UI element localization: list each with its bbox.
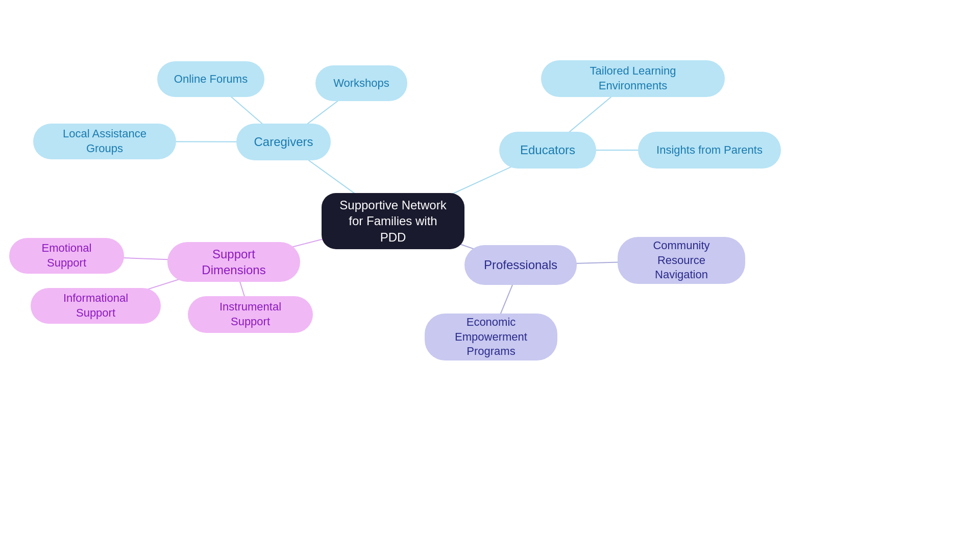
economic-empowerment-label: Economic Empowerment Programs (439, 315, 543, 359)
instrumental-support-label: Instrumental Support (202, 300, 299, 329)
educators-node: Educators (499, 132, 596, 169)
professionals-node: Professionals (464, 245, 577, 285)
center-node: Supportive Network for Families with PDD (322, 193, 464, 249)
community-resource-node: Community Resource Navigation (618, 237, 745, 284)
emotional-support-label: Emotional Support (23, 241, 110, 270)
instrumental-support-node: Instrumental Support (188, 296, 313, 333)
caregivers-node: Caregivers (236, 124, 331, 160)
educators-label: Educators (520, 142, 575, 158)
economic-empowerment-node: Economic Empowerment Programs (425, 314, 557, 360)
workshops-label: Workshops (333, 76, 389, 91)
informational-support-label: Informational Support (45, 291, 146, 320)
online-forums-label: Online Forums (174, 72, 248, 87)
center-label: Supportive Network for Families with PDD (336, 197, 450, 245)
insights-parents-label: Insights from Parents (656, 143, 763, 158)
insights-parents-node: Insights from Parents (638, 132, 781, 169)
workshops-node: Workshops (315, 65, 407, 101)
support-dimensions-label: Support Dimensions (182, 246, 286, 278)
tailored-learning-label: Tailored Learning Environments (555, 64, 710, 93)
local-assistance-label: Local Assistance Groups (47, 127, 162, 156)
informational-support-node: Informational Support (31, 288, 161, 324)
tailored-learning-node: Tailored Learning Environments (541, 60, 725, 97)
online-forums-node: Online Forums (157, 61, 264, 97)
emotional-support-node: Emotional Support (9, 238, 124, 274)
caregivers-label: Caregivers (254, 134, 313, 150)
community-resource-label: Community Resource Navigation (632, 238, 731, 282)
support-dimensions-node: Support Dimensions (167, 242, 300, 282)
professionals-label: Professionals (484, 257, 557, 273)
local-assistance-node: Local Assistance Groups (33, 124, 176, 159)
